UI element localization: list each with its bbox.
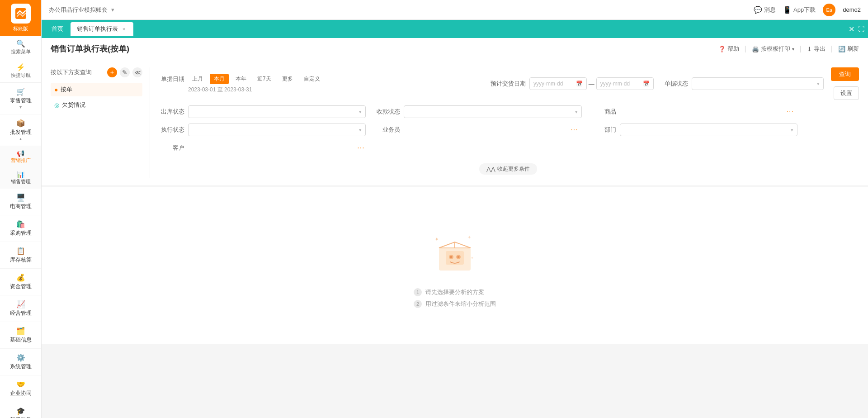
exec-status-label: 执行状态 (157, 126, 184, 134)
sidebar-item-basics[interactable]: 🗂️ 基础信息 (0, 322, 41, 349)
exec-status-field: 执行状态 ▾ (157, 124, 366, 136)
salesperson-select[interactable]: ··· (404, 124, 581, 136)
query-button[interactable]: 查询 (831, 67, 859, 81)
inventory-icon: 📋 (16, 247, 25, 255)
goods-select[interactable]: ··· (620, 105, 797, 118)
newbie-icon: 🎓 (16, 407, 25, 415)
help-btn[interactable]: ❓ 帮助 (718, 45, 739, 53)
message-btn[interactable]: 💬 消息 (754, 6, 776, 14)
customer-more-icon[interactable]: ··· (357, 144, 364, 152)
user-name[interactable]: demo2 (843, 6, 861, 13)
sidebar-logo[interactable]: 标账版 (0, 0, 41, 36)
sidebar-item-inventory[interactable]: 📋 库存核算 (0, 242, 41, 269)
sidebar-item-ecom[interactable]: 🖥️ 电商管理 (0, 189, 41, 215)
sidebar-submenu-item-sales[interactable]: 📊 销售管理 (0, 167, 41, 189)
tip-text-2: 用过滤条件来缩小分析范围 (425, 300, 496, 308)
date-quick-last-month[interactable]: 上月 (188, 74, 207, 84)
page-title: 销售订单执行表(按单) (51, 43, 129, 54)
salesperson-field: 业务员 ··· (373, 124, 581, 136)
bill-date-label: 单据日期 (157, 75, 184, 83)
date-sep: — (589, 81, 594, 87)
scheme-item-欠货情况[interactable]: ◎ 欠货情况 (51, 98, 142, 112)
sidebar-item-retail[interactable]: 🛒 零售管理 ▾ (0, 83, 41, 114)
scheme-name-按单: 按单 (61, 86, 72, 94)
ship-status-select[interactable]: ▾ (188, 105, 366, 118)
forecast-date-label: 预计交货日期 (491, 80, 526, 88)
sidebar-submenu-wholesale: 📢 营销推广 📊 销售管理 (0, 146, 41, 189)
calendar-start-icon: 📅 (576, 81, 583, 87)
close-window-icon[interactable]: ✕ (849, 25, 854, 33)
fullscreen-icon[interactable]: ⛶ (858, 25, 864, 33)
wholesale-arrow: ▴ (19, 136, 22, 141)
scheme-item-按单[interactable]: ● 按单 (51, 83, 142, 96)
sidebar-item-finance[interactable]: 💰 资金管理 (0, 269, 41, 295)
tip-num-2: 2 (414, 300, 422, 308)
bill-status-arrow: ▾ (817, 81, 820, 87)
sidebar-item-purchase[interactable]: 🛍️ 采购管理 (0, 215, 41, 242)
divider2: | (800, 45, 802, 53)
forecast-date-end[interactable]: yyyy-mm-dd 📅 (596, 77, 654, 90)
export-btn[interactable]: ⬇ 导出 (807, 45, 826, 53)
sidebar-item-operations[interactable]: 📈 经营管理 (0, 295, 41, 322)
svg-rect-3 (446, 251, 464, 265)
bill-status-field: 单据状态 ▾ (661, 77, 824, 90)
sidebar-search-item[interactable]: 🔍 搜索菜单 (0, 36, 41, 59)
tab-home[interactable]: 首页 (45, 22, 70, 36)
sidebar-item-corp[interactable]: 🤝 企业协同 (0, 375, 41, 402)
exec-status-select[interactable]: ▾ (188, 124, 366, 136)
forecast-date-start[interactable]: yyyy-mm-dd 📅 (529, 77, 587, 90)
app-download-btn[interactable]: 📱 App下载 (783, 6, 816, 14)
forecast-date-field: 预计交货日期 yyyy-mm-dd 📅 — yyyy-mm-dd 📅 (491, 77, 654, 90)
exec-status-arrow: ▾ (359, 127, 362, 133)
date-quick-this-year[interactable]: 本年 (231, 74, 250, 84)
tab-active[interactable]: 销售订单执行表 × (71, 22, 133, 36)
bill-status-select[interactable]: ▾ (692, 77, 824, 90)
industry-dropdown-icon[interactable]: ▾ (111, 6, 114, 13)
sidebar-item-wholesale[interactable]: 📦 批发管理 ▴ (0, 114, 41, 146)
quicknav-label: 快捷导航 (11, 72, 31, 78)
svg-text:✦: ✦ (471, 256, 474, 260)
calendar-end-icon: 📅 (643, 81, 650, 87)
collapse-icon: ⋀⋀ (486, 166, 495, 172)
filter-action-btns: 查询 设置 (831, 67, 859, 100)
settings-button[interactable]: 设置 (834, 86, 859, 100)
ship-status-field: 出库状态 ▾ (157, 105, 366, 118)
scheme-collapse-btn[interactable]: ≪ (132, 67, 142, 77)
date-quick-7days[interactable]: 近7天 (253, 74, 275, 84)
corp-icon: 🤝 (16, 380, 25, 389)
sidebar-item-newbie[interactable]: 🎓 新手引导 (0, 402, 41, 418)
sidebar-submenu-item-marketing[interactable]: 📢 营销推广 (0, 146, 41, 167)
user-avatar[interactable]: Ea (823, 4, 835, 16)
sales-icon: 📊 (17, 171, 24, 178)
refresh-btn[interactable]: 🔄 刷新 (838, 45, 859, 53)
divider3: | (831, 45, 833, 53)
date-quick-custom[interactable]: 自定义 (300, 74, 324, 84)
tab-bar: 首页 销售订单执行表 × ✕ ⛶ (42, 20, 868, 38)
scheme-add-btn[interactable]: ＋ (107, 67, 117, 77)
collapse-btn[interactable]: ⋀⋀ 收起更多条件 (479, 163, 537, 175)
dept-select[interactable]: ▾ (620, 124, 797, 136)
receipt-status-select[interactable]: ▾ (404, 105, 581, 118)
customer-select[interactable]: ··· (188, 142, 368, 154)
date-quick-more[interactable]: 更多 (278, 74, 297, 84)
customer-field: 客户 ··· (157, 142, 368, 154)
tip-text-1: 请先选择要分析的方案 (425, 288, 484, 296)
sidebar-item-system[interactable]: ⚙️ 系统管理 (0, 349, 41, 375)
help-icon: ❓ (718, 46, 726, 52)
export-icon: ⬇ (807, 46, 812, 52)
goods-more-icon[interactable]: ··· (787, 108, 794, 116)
active-tab-label: 销售订单执行表 (77, 25, 118, 33)
filter-fields-section: 单据日期 上月 本月 本年 近7天 更多 自定义 2023-03-01 至 20… (157, 67, 859, 178)
scheme-edit-btn[interactable]: ✎ (120, 67, 130, 77)
message-icon: 💬 (754, 6, 762, 14)
receipt-status-field: 收款状态 ▾ (373, 105, 581, 118)
tab-close-btn[interactable]: × (121, 26, 127, 32)
print-btn[interactable]: 🖨️ 按模板打印 ▾ (752, 45, 794, 53)
search-label: 搜索菜单 (11, 49, 31, 54)
collapse-bar[interactable]: ⋀⋀ 收起更多条件 (157, 160, 859, 178)
date-quick-this-month[interactable]: 本月 (210, 74, 229, 84)
sidebar-quicknav-item[interactable]: ⚡ 快捷导航 (0, 59, 41, 83)
salesperson-more-icon[interactable]: ··· (571, 126, 578, 134)
divider1: | (745, 45, 746, 53)
scheme-name-欠货情况: 欠货情况 (62, 101, 85, 109)
